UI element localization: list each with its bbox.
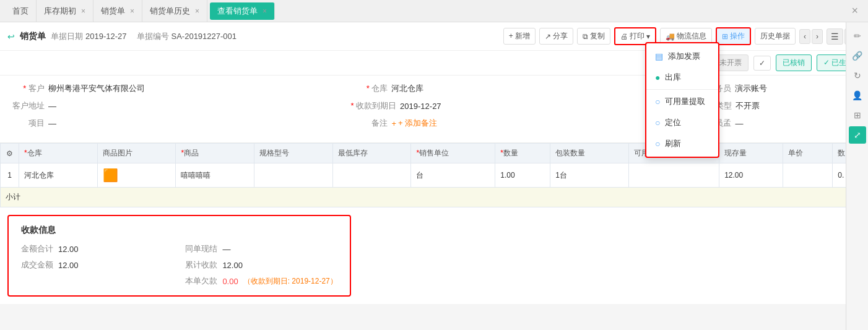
tab-home[interactable]: 首页: [5, 0, 37, 22]
outbound-item[interactable]: ● 出库: [646, 67, 718, 88]
print-dropdown-arrow[interactable]: ▾: [646, 32, 650, 41]
close-view-sales-tab[interactable]: ×: [263, 7, 267, 15]
same-settlement-item: 同单现结 —: [185, 243, 337, 254]
number-value: SA-20191227-001: [171, 32, 237, 41]
customer-value[interactable]: 柳州粤港平安气体有限公司: [48, 83, 145, 94]
project-value: —: [48, 119, 56, 128]
col-min-stock: 最低库存: [332, 144, 411, 163]
history-button[interactable]: 历史单据: [755, 28, 796, 45]
total-amount-label: 金额合计: [21, 243, 53, 254]
add-invoice-label: 添加发票: [668, 51, 700, 62]
table-row: 1 河北仓库 🟧 嘻嘻嘻嘻 台 1.00 1台 12.00 0.: [1, 163, 868, 188]
add-invoice-item[interactable]: ▤ 添加发票: [646, 46, 718, 67]
project-field: 项目 —: [7, 118, 174, 129]
doc-type-label: 销货单: [20, 31, 46, 42]
cell-quantity[interactable]: 1.00: [495, 163, 550, 188]
list-view-button[interactable]: ☰: [827, 28, 843, 45]
menu-divider: [646, 89, 718, 90]
locate-label: 定位: [665, 117, 681, 128]
form-row-1: * 客户 柳州粤港平安气体有限公司 * 仓库 河北仓库 业务员 演示账号: [7, 83, 861, 94]
warehouse-value[interactable]: 河北仓库: [391, 83, 423, 94]
sidebar-edit-button[interactable]: ✏: [849, 27, 866, 45]
cell-stock: 12.00: [719, 163, 783, 188]
sidebar-user-button[interactable]: 👤: [849, 87, 866, 104]
refresh-item[interactable]: ○ 刷新: [646, 133, 718, 154]
col-warehouse: *仓库: [19, 144, 98, 163]
same-settlement-value: —: [222, 245, 230, 254]
close-sales-tab[interactable]: ×: [130, 7, 134, 15]
project-label: 项目: [7, 118, 45, 129]
sidebar-expand-button[interactable]: ⤢: [849, 126, 866, 144]
payment-date-value[interactable]: 2019-12-27: [400, 102, 441, 111]
plus-icon: +: [391, 119, 396, 128]
total-amount-item: 金额合计 12.00: [21, 243, 173, 254]
window-close-button[interactable]: ×: [846, 4, 863, 17]
outbound-icon: ●: [655, 72, 660, 82]
operations-button[interactable]: ⊞ 操作: [716, 27, 751, 45]
cell-warehouse[interactable]: 河北仓库: [19, 163, 98, 188]
header-meta: 单据日期 2019-12-27 单据编号 SA-20191227-001: [51, 31, 498, 42]
available-qty-icon: ○: [655, 97, 660, 106]
cell-available: [628, 163, 719, 188]
tab-sales[interactable]: 销货单 ×: [93, 0, 142, 22]
refresh-label: 刷新: [665, 138, 681, 149]
nav-arrows: ‹ ›: [799, 29, 823, 44]
warehouse-field: * 仓库 河北仓库: [350, 83, 517, 94]
cumulative-collection-item: 累计收款 12.00: [185, 259, 337, 271]
add-note-button[interactable]: + + 添加备注: [391, 118, 437, 129]
table-header: ⚙ *仓库 商品图片 *商品 规格型号 最低库存 *销售单位 *数量 包装数量 …: [1, 144, 868, 163]
header-bar: ↩ 销货单 单据日期 2019-12-27 单据编号 SA-20191227-0…: [0, 22, 868, 51]
next-button[interactable]: ›: [812, 29, 823, 44]
logistics-icon: 🚚: [666, 32, 675, 41]
address-label: 客户地址: [7, 100, 45, 111]
this-order-due-label: 本单欠款: [185, 276, 217, 287]
new-button[interactable]: + 新增: [503, 28, 536, 45]
form-row-3: 项目 — 备注 + + 添加备注 * 业务员孟 —: [7, 118, 861, 129]
share-icon: ↗: [545, 32, 551, 41]
cell-spec: [254, 163, 333, 188]
doc-number-field: 单据编号 SA-20191227-001: [137, 31, 237, 42]
date-value: 2019-12-27: [85, 32, 127, 41]
transaction-amount-value: 12.00: [58, 261, 79, 270]
cell-unit[interactable]: 台: [411, 163, 495, 188]
cell-price[interactable]: [783, 163, 833, 188]
already-sold-badge[interactable]: 已核销: [776, 54, 812, 71]
share-button[interactable]: ↗ 分享: [539, 28, 573, 45]
customer-label: * 客户: [7, 83, 45, 94]
sub-action-bar: 📱 来自手机 未开票 ✓ 已核销 ✓ 已生效: [0, 51, 868, 76]
sidebar-refresh-button[interactable]: ↻: [849, 67, 866, 84]
this-order-due-item: 本单欠款 0.00 （收款到期日: 2019-12-27）: [185, 276, 337, 287]
sidebar-link-button[interactable]: 🔗: [849, 47, 866, 64]
operations-icon: ⊞: [722, 32, 728, 41]
transaction-amount-item: 成交金额 12.00: [21, 259, 173, 271]
tab-sales-history[interactable]: 销货单历史 ×: [142, 0, 207, 22]
prev-button[interactable]: ‹: [799, 29, 810, 44]
col-stock: 现存量: [719, 144, 783, 163]
payment-date-label: * 收款到期日: [350, 100, 396, 111]
tab-view-sales[interactable]: 查看销货单 ×: [210, 2, 275, 20]
this-order-due-value: 0.00: [222, 277, 238, 286]
ticket-type-value[interactable]: 不开票: [736, 100, 760, 111]
bottom-section: 收款信息 金额合计 12.00 同单现结 — 成交金额 12.00 累计收款 1…: [0, 207, 868, 304]
close-inventory-tab[interactable]: ×: [81, 7, 85, 15]
cell-package-qty: 1台: [550, 163, 629, 188]
row-number: 1: [1, 163, 19, 188]
confirm-button[interactable]: ✓: [753, 56, 771, 71]
col-image: 商品图片: [97, 144, 176, 163]
locate-item[interactable]: ○ 定位: [646, 112, 718, 133]
payment-info-title: 收款信息: [21, 225, 337, 236]
cumulative-collection-value: 12.00: [222, 261, 243, 270]
cell-product[interactable]: 嘻嘻嘻嘻: [176, 163, 254, 188]
subtotal-label: 小计: [1, 188, 868, 207]
available-qty-item[interactable]: ○ 可用量提取: [646, 91, 718, 112]
copy-button[interactable]: ⧉ 复制: [577, 28, 610, 45]
refresh-icon: ○: [655, 139, 660, 149]
col-settings[interactable]: ⚙: [1, 144, 19, 163]
col-quantity: *数量: [495, 144, 550, 163]
sidebar-grid-button[interactable]: ⊞: [849, 106, 866, 124]
form-section: * 客户 柳州粤港平安气体有限公司 * 仓库 河北仓库 业务员 演示账号 客户地…: [0, 76, 868, 143]
main-content: ↩ 销货单 单据日期 2019-12-27 单据编号 SA-20191227-0…: [0, 22, 868, 304]
note-field: 备注 + + 添加备注: [350, 118, 517, 129]
tab-inventory[interactable]: 库存期初 ×: [37, 0, 93, 22]
close-sales-history-tab[interactable]: ×: [195, 7, 199, 15]
